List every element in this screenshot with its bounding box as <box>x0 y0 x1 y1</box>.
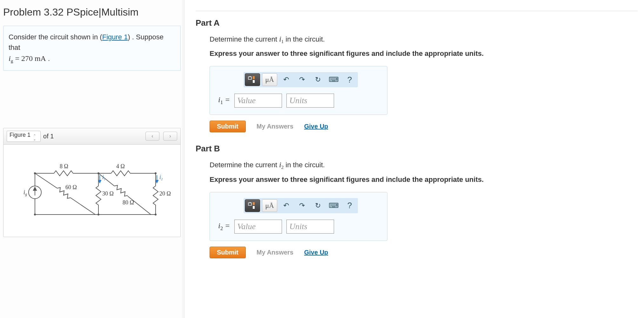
panel-divider <box>182 0 183 318</box>
part-a-prompt-pre: Determine the current <box>210 35 279 43</box>
part-a-prompt: Determine the current i1 in the circuit. <box>210 35 638 44</box>
part-b-var: i <box>279 161 281 169</box>
part-b-units-input[interactable] <box>286 220 334 234</box>
figure-panel: Figure 1 ⌃⌄ of 1 ‹ › <box>3 128 181 237</box>
svg-text:60 Ω: 60 Ω <box>65 184 77 190</box>
figure-spinner-icon: ⌃⌄ <box>33 134 36 141</box>
svg-point-20 <box>34 172 36 174</box>
figure-of: of 1 <box>43 133 54 140</box>
figure-nav: ‹ › <box>145 132 177 141</box>
svg-line-12 <box>35 173 57 188</box>
part-a-toolbar: μÅ ↶ ↷ ↻ ⌨ ? <box>244 72 358 87</box>
right-panel: Part A Determine the current i1 in the c… <box>184 0 644 318</box>
problem-title: Problem 3.32 PSpice|Multisim <box>3 6 181 18</box>
var-ig: i <box>9 54 11 63</box>
undo-button[interactable]: ↶ <box>279 200 293 212</box>
svg-text:i2: i2 <box>159 174 163 181</box>
keyboard-button[interactable]: ⌨ <box>327 200 341 212</box>
part-b-my-answers[interactable]: My Answers <box>257 249 293 256</box>
part-b-prompt-pre: Determine the current <box>210 161 279 169</box>
part-b-toolbar: μÅ ↶ ↷ ↻ ⌨ ? <box>244 198 358 213</box>
part-b-submit-button[interactable]: Submit <box>210 247 246 258</box>
help-button[interactable]: ? <box>343 200 357 212</box>
undo-button[interactable]: ↶ <box>279 74 293 86</box>
part-b-give-up-link[interactable]: Give Up <box>304 249 328 256</box>
part-a-prompt-post: in the circuit. <box>284 35 325 43</box>
figure-next-button[interactable]: › <box>163 132 177 141</box>
svg-text:4 Ω: 4 Ω <box>116 163 125 169</box>
figure-header: Figure 1 ⌃⌄ of 1 ‹ › <box>3 128 180 145</box>
svg-text:8 Ω: 8 Ω <box>60 163 68 169</box>
units-button[interactable]: μÅ <box>262 73 277 86</box>
redo-button[interactable]: ↷ <box>295 200 309 212</box>
units-button[interactable]: μÅ <box>262 199 277 212</box>
part-b-value-input[interactable] <box>234 220 282 234</box>
svg-point-21 <box>97 172 99 174</box>
templates-button[interactable] <box>245 73 260 86</box>
svg-point-22 <box>155 172 157 174</box>
figure-label: Figure <box>10 132 26 138</box>
part-b-answer-label: i2 = <box>218 222 230 232</box>
part-b-instruct: Express your answer to three significant… <box>210 176 638 184</box>
part-a-instruct: Express your answer to three significant… <box>210 50 638 58</box>
part-b-submit-row: Submit My Answers Give Up <box>210 247 638 258</box>
top-divider <box>196 11 638 11</box>
part-b-answer-line: i2 = <box>218 220 379 234</box>
svg-text:30 Ω: 30 Ω <box>102 190 114 197</box>
svg-line-13 <box>70 198 95 215</box>
figure-selector[interactable]: Figure 1 ⌃⌄ <box>7 131 41 142</box>
part-b-body: Determine the current i2 in the circuit.… <box>196 161 638 258</box>
svg-rect-45 <box>253 206 255 209</box>
reset-button[interactable]: ↻ <box>311 74 325 86</box>
svg-marker-27 <box>98 180 101 183</box>
help-button[interactable]: ? <box>343 74 357 86</box>
part-b-answer-box: μÅ ↶ ↷ ↻ ⌨ ? i2 = <box>210 192 387 241</box>
part-a-my-answers[interactable]: My Answers <box>257 123 293 130</box>
part-a-give-up-link[interactable]: Give Up <box>304 123 328 130</box>
svg-text:20 Ω: 20 Ω <box>159 190 171 197</box>
templates-icon <box>248 202 257 209</box>
part-b-prompt-post: in the circuit. <box>284 161 325 169</box>
part-a-value-input[interactable] <box>234 94 282 108</box>
svg-point-25 <box>155 214 157 215</box>
units-text: mA <box>35 54 46 63</box>
part-a-submit-row: Submit My Answers Give Up <box>210 121 638 132</box>
redo-button[interactable]: ↷ <box>295 74 309 86</box>
svg-rect-44 <box>253 202 255 205</box>
svg-point-23 <box>34 214 36 215</box>
svg-rect-40 <box>253 76 255 79</box>
part-a-title: Part A <box>196 18 638 28</box>
left-panel: Problem 3.32 PSpice|Multisim Consider th… <box>0 0 184 318</box>
part-a-submit-button[interactable]: Submit <box>210 121 246 132</box>
templates-icon <box>248 76 257 83</box>
svg-rect-42 <box>250 76 251 77</box>
svg-line-16 <box>98 173 114 186</box>
part-a-var: i <box>279 35 281 43</box>
eq-text: = 270 <box>13 54 35 63</box>
figure-prev-button[interactable]: ‹ <box>145 132 159 141</box>
keyboard-button[interactable]: ⌨ <box>327 74 341 86</box>
figure-body: ig 8 Ω 4 Ω 60 Ω 30 Ω 80 Ω 20 Ω i1 i2 <box>3 145 180 237</box>
part-a-body: Determine the current i1 in the circuit.… <box>196 35 638 132</box>
svg-text:80 Ω: 80 Ω <box>123 199 134 206</box>
part-a-answer-box: μÅ ↶ ↷ ↻ ⌨ ? i1 = <box>210 66 387 115</box>
templates-button[interactable] <box>245 199 260 212</box>
period: . <box>46 55 50 63</box>
svg-marker-10 <box>33 187 37 190</box>
svg-rect-46 <box>250 202 251 203</box>
reset-button[interactable]: ↻ <box>311 200 325 212</box>
part-b-title: Part B <box>196 144 638 154</box>
intro-text-pre: Consider the circuit shown in ( <box>9 33 102 41</box>
circuit-diagram: ig 8 Ω 4 Ω 60 Ω 30 Ω 80 Ω 20 Ω i1 i2 <box>10 154 175 230</box>
svg-rect-39 <box>248 77 252 79</box>
svg-text:i1: i1 <box>102 174 106 181</box>
figure-index: 1 <box>27 132 30 138</box>
svg-text:ig: ig <box>23 189 27 196</box>
svg-point-24 <box>97 214 99 215</box>
svg-rect-43 <box>248 203 252 205</box>
part-a-answer-line: i1 = <box>218 94 379 108</box>
svg-rect-41 <box>253 80 255 83</box>
figure-link[interactable]: Figure 1 <box>102 33 128 41</box>
part-a-units-input[interactable] <box>286 94 334 108</box>
part-a-answer-label: i1 = <box>218 96 230 106</box>
